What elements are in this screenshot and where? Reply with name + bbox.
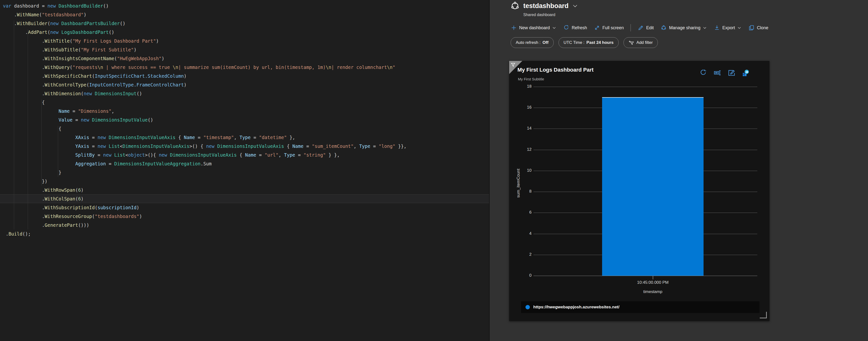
code-token: "string" (304, 152, 326, 158)
indent-guide (28, 29, 28, 229)
code-line[interactable]: var dashboard = new DashboardBuilder() (0, 1, 490, 10)
y-axis-title: sum_itemCount (516, 159, 521, 207)
code-token: = (304, 143, 312, 149)
code-token: new (206, 143, 214, 149)
code-token: = (106, 161, 114, 166)
code-line[interactable]: Aggregation = DimensionsInputValueAggreg… (0, 159, 490, 168)
code-token: DimensionsInputValue (92, 117, 148, 122)
toolbar-divider (630, 24, 631, 31)
code-token (56, 3, 58, 8)
code-line[interactable]: .WithSpecificChart(InputSpecificChart.St… (0, 72, 490, 80)
toolbar-button-label: Export (722, 25, 735, 30)
filter-pill-utc-time[interactable]: UTC Time :Past 24 hours (559, 37, 619, 48)
code-token: }}, (395, 143, 406, 149)
bar-10:45:00.000 PM[interactable] (602, 97, 704, 276)
code-line[interactable]: Name = "Dimensions", (0, 107, 490, 115)
code-line[interactable]: .WithQuery("requests\n | where success =… (0, 63, 490, 72)
toolbar-button-refresh[interactable]: Refresh (563, 25, 587, 31)
code-line[interactable]: }) (0, 177, 490, 186)
code-token: WithSubscriptionId (45, 205, 95, 210)
code-line[interactable]: } (0, 168, 490, 177)
code-line[interactable]: XAxis = new DimensionsInputValueAxis { N… (0, 133, 490, 142)
code-line[interactable]: .WithBuilder(new DashboardPartsBuilder() (0, 19, 490, 28)
code-token: Type (239, 135, 251, 140)
code-token: () (103, 3, 109, 8)
filter-pill-add-filter[interactable]: Add filter (623, 37, 658, 48)
code-line[interactable]: .WithSubTitle("My First Subtitle") (0, 45, 490, 54)
toolbar-button-label: New dashboard (519, 25, 550, 30)
code-token: { (3, 126, 61, 131)
code-line[interactable]: { (0, 98, 490, 107)
chart-legend[interactable]: https://hwegwebappjosh.azurewebsites.net… (521, 301, 760, 313)
y-axis-tick-label: 2 (516, 252, 532, 257)
code-token: ( (95, 205, 98, 210)
filter-pill-auto-refresh[interactable]: Auto refresh :Off (510, 37, 554, 48)
code-line[interactable]: { (0, 124, 490, 133)
legend-dot (525, 305, 530, 309)
code-line[interactable]: SplitBy = new List<object>(){ new Dimens… (0, 150, 490, 159)
code-line[interactable]: YAxis = new List<DimensionsInputValueAxi… (0, 142, 490, 150)
code-token: >() { (189, 143, 206, 149)
code-token: . (3, 21, 17, 26)
code-token: = (72, 117, 81, 122)
code-token: | summarize sum(itemCount) by url, bin(t… (178, 64, 326, 70)
fullscreen-icon (594, 25, 600, 31)
code-token: }, (287, 135, 295, 140)
code-token: Name (59, 108, 70, 114)
dashboard-title[interactable]: testdashboard (523, 2, 568, 10)
code-line[interactable]: Value = new DimensionsInputValue() (0, 115, 490, 124)
code-line[interactable]: .WithColSpan(6) (0, 194, 490, 203)
code-line[interactable]: .WithTitle("My First Logs Dashboard Part… (0, 36, 490, 45)
code-token: ( (81, 91, 84, 96)
code-line[interactable]: .AddPart(new LogsDashboardPart() (0, 28, 490, 36)
code-token: < (125, 152, 128, 158)
toolbar-button-new-dashboard[interactable]: New dashboard (510, 25, 556, 31)
code-token (89, 117, 92, 122)
code-line[interactable]: .WithControlType(InputControlType.FrameC… (0, 80, 490, 89)
code-token: WithControlType (45, 82, 87, 87)
code-token: LogsDashboardPart (61, 29, 108, 35)
code-line[interactable]: .Build(); (0, 229, 490, 238)
code-token: . (3, 12, 17, 17)
toolbar-button-full-screen[interactable]: Full screen (594, 25, 624, 31)
code-token: . (3, 91, 45, 96)
refresh-icon[interactable] (700, 69, 707, 77)
code-line[interactable]: .GeneratePart())) (0, 221, 490, 229)
code-line[interactable]: .WithRowSpan(6) (0, 186, 490, 194)
code-token: WithRowSpan (45, 187, 75, 193)
code-line[interactable]: .WithSubscriptionId(subscriptionId) (0, 203, 490, 212)
rename-icon[interactable] (714, 69, 721, 77)
chart-colored-icon[interactable] (742, 69, 749, 77)
code-token: YAxis (75, 143, 89, 149)
toolbar-button-export[interactable]: Export (714, 25, 742, 31)
dashboard-panel: testdashboard Shared dashboard New dashb… (490, 0, 868, 341)
code-token: ( (78, 47, 81, 52)
code-editor[interactable]: var dashboard = new DashboardBuilder() .… (0, 0, 490, 341)
edit-query-icon[interactable] (727, 69, 736, 77)
code-token: 6 (78, 187, 81, 193)
toolbar-button-manage-sharing[interactable]: Manage sharing (660, 25, 707, 31)
code-token: WithResourceGroup (45, 214, 92, 219)
code-token: WithSpecificChart (45, 73, 92, 79)
tile-title: My First Logs Dashboard Part (518, 67, 594, 73)
code-line[interactable]: .WithDimension(new DimensionsInput() (0, 89, 490, 98)
code-token: WithTitle (45, 38, 70, 44)
y-axis-tick-label: 4 (516, 231, 532, 236)
code-token: ) (81, 187, 84, 193)
chevron-down-icon[interactable] (572, 3, 578, 9)
code-token: = (370, 143, 378, 149)
code-token: . (3, 231, 8, 236)
code-line[interactable]: .WithResourceGroup("testdashboards") (0, 212, 490, 221)
dashboard-tile[interactable]: 181614121086420sum_itemCount10:45:00.000… (509, 61, 770, 321)
code-token: Build (8, 231, 22, 236)
toolbar-button-clone[interactable]: Clone (748, 25, 768, 31)
tile-resize-handle[interactable] (760, 312, 767, 318)
filter-pills: Auto refresh :OffUTC Time :Past 24 hours… (510, 37, 658, 48)
code-line[interactable]: .WithInsightsComponentName("HwEgWebAppJo… (0, 54, 490, 63)
code-token: new (50, 29, 58, 35)
code-token: .Sum (200, 161, 212, 166)
indent-guide (58, 126, 58, 177)
code-token: ) (140, 214, 142, 219)
code-line[interactable]: .WithName("testdashboard") (0, 10, 490, 19)
toolbar-button-edit[interactable]: Edit (638, 25, 654, 31)
